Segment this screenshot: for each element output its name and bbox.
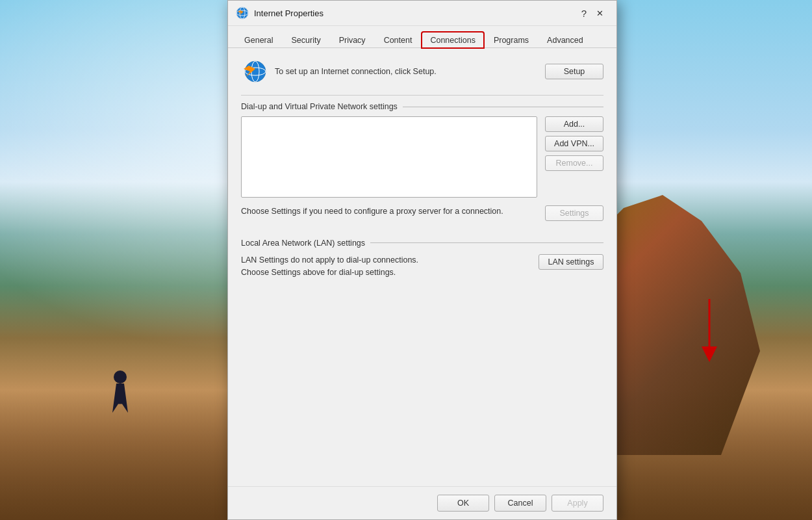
help-button[interactable]: ? bbox=[577, 8, 590, 19]
vpn-list-container: Add... Add VPN... Remove... bbox=[241, 116, 603, 198]
lan-description: LAN Settings do not apply to dial-up con… bbox=[241, 254, 603, 279]
dialog-footer: OK Cancel Apply bbox=[228, 486, 616, 519]
tab-privacy[interactable]: Privacy bbox=[331, 32, 374, 48]
lan-section: Local Area Network (LAN) settings LAN Se… bbox=[241, 239, 603, 279]
proxy-description: Choose Settings if you need to configure… bbox=[241, 205, 537, 218]
ok-button[interactable]: OK bbox=[437, 495, 489, 512]
settings-button[interactable]: Settings bbox=[545, 205, 603, 221]
lan-section-header: Local Area Network (LAN) settings bbox=[241, 239, 603, 248]
tab-advanced[interactable]: Advanced bbox=[539, 32, 592, 48]
apply-button[interactable]: Apply bbox=[552, 495, 603, 512]
svg-point-5 bbox=[245, 61, 266, 82]
cancel-button[interactable]: Cancel bbox=[494, 495, 546, 512]
add-button[interactable]: Add... bbox=[545, 116, 603, 132]
setup-description: To set up an Internet connection, click … bbox=[275, 67, 537, 76]
tab-connections[interactable]: Connections bbox=[422, 32, 484, 48]
setup-icon bbox=[241, 58, 267, 84]
vpn-buttons: Add... Add VPN... Remove... bbox=[545, 116, 603, 198]
title-bar: Internet Properties ? ✕ bbox=[228, 1, 616, 26]
lan-settings-button[interactable]: LAN settings bbox=[539, 254, 603, 270]
lan-text: LAN Settings do not apply to dial-up con… bbox=[241, 254, 531, 279]
dialog-icon bbox=[236, 6, 249, 20]
add-vpn-button[interactable]: Add VPN... bbox=[545, 136, 603, 151]
setup-section: To set up an Internet connection, click … bbox=[241, 58, 603, 84]
tabs-bar: General Security Privacy Content Connect… bbox=[228, 26, 616, 48]
internet-properties-dialog: Internet Properties ? ✕ General Security… bbox=[227, 0, 617, 520]
setup-button[interactable]: Setup bbox=[545, 64, 603, 79]
tab-general[interactable]: General bbox=[236, 32, 281, 48]
tab-programs[interactable]: Programs bbox=[485, 32, 537, 48]
dialup-section-title: Dial-up and Virtual Private Network sett… bbox=[241, 102, 398, 111]
dialup-section-header: Dial-up and Virtual Private Network sett… bbox=[241, 102, 603, 111]
lan-section-title: Local Area Network (LAN) settings bbox=[241, 239, 365, 248]
remove-button[interactable]: Remove... bbox=[545, 155, 603, 171]
dialog-title: Internet Properties bbox=[254, 8, 577, 18]
tab-content[interactable]: Content bbox=[375, 32, 421, 48]
dialup-section-line bbox=[403, 107, 603, 107]
runner-silhouette bbox=[104, 370, 136, 442]
vpn-list bbox=[241, 116, 537, 198]
lan-section-line bbox=[370, 242, 603, 243]
close-button[interactable]: ✕ bbox=[590, 6, 609, 20]
dialog-content: To set up an Internet connection, click … bbox=[228, 48, 616, 486]
tab-security[interactable]: Security bbox=[283, 32, 329, 48]
